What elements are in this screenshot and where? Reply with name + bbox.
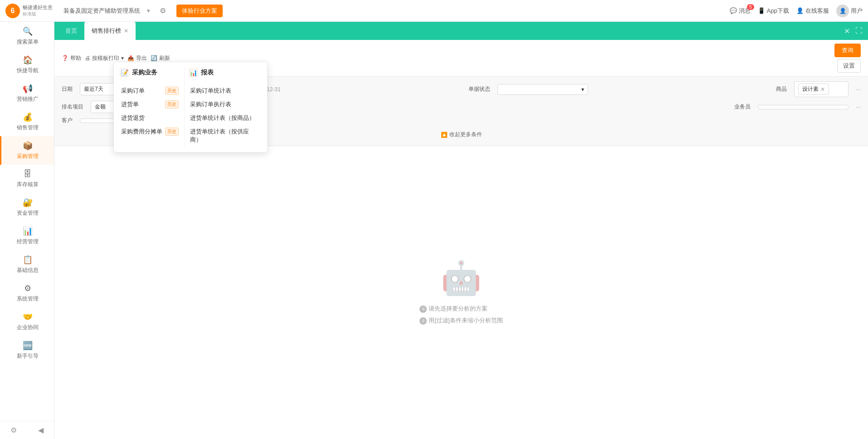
sidebar-item-purchase[interactable]: 📦 采购管理 — [0, 136, 54, 165]
dropdown-item-order-exec[interactable]: 采购订单执行表 — [188, 98, 262, 111]
online-service-btn[interactable]: 👤 在线客服 — [796, 7, 829, 15]
rank-label: 排名项目 — [62, 103, 83, 111]
salesperson-dots[interactable]: ··· — [856, 104, 861, 110]
system-title: 装备及固定资产辅助管理系统 — [63, 7, 140, 15]
tab-home[interactable]: 首页 — [58, 22, 84, 40]
settings-btn[interactable]: 设置 — [837, 59, 861, 73]
empty-state: 🤖 ①请先选择要分析的方案 ②用[过滤]条件来缩小分析范围 — [54, 146, 868, 439]
purchase-icon: 📦 — [23, 141, 33, 151]
sidebar-footer: ⚙ ◀ — [0, 421, 54, 439]
tab-close-btn[interactable]: ✕ — [124, 28, 128, 34]
sidebar-item-inventory[interactable]: 🗄 库存核算 — [0, 165, 54, 193]
dropdown-item-purchase-order[interactable]: 采购订单 历史 — [119, 84, 180, 98]
footer-settings-btn[interactable]: ⚙ — [10, 426, 17, 434]
purchase-dropdown-menu: 📝 采购业务 采购订单 历史 进货单 历史 进货退货 — [113, 62, 268, 153]
service-icon: 👤 — [796, 7, 804, 14]
operations-icon: 📊 — [23, 226, 33, 236]
print-icon: 🖨 — [85, 55, 90, 61]
tab-close-window-btn[interactable]: ✕ — [842, 25, 852, 37]
industry-btn[interactable]: 体验行业方案 — [176, 5, 223, 17]
goods-tag: 设计素 ✕ — [798, 84, 829, 95]
inventory-icon: 🗄 — [24, 169, 32, 179]
dropdown-item-order-stats[interactable]: 采购订单统计表 — [188, 84, 262, 98]
collapse-icon: 🔼 — [441, 132, 448, 138]
sidebar-item-system[interactable]: ⚙ 系统管理 — [0, 279, 54, 307]
dropdown-item-receive-stats-supplier[interactable]: 进货单统计表（按供应商） — [188, 125, 262, 147]
marketing-icon: 📢 — [23, 84, 33, 94]
header-right: 💬 消息 5 📱 App下载 👤 在线客服 👤 用户 — [730, 5, 863, 17]
sidebar: 🔍 搜索菜单 🏠 快捷导航 📢 营销推广 💰 销售管理 📦 采购管理 🗄 库存核… — [0, 22, 54, 439]
export-btn[interactable]: 📤 导出 — [127, 54, 147, 62]
main-layout: 🔍 搜索菜单 🏠 快捷导航 📢 营销推广 💰 销售管理 📦 采购管理 🗄 库存核… — [0, 22, 868, 439]
dropdown-sections: 📝 采购业务 采购订单 历史 进货单 历史 进货退货 — [119, 68, 262, 147]
help-icon: ❓ — [62, 55, 68, 61]
print-btn[interactable]: 🖨 按模板打印 ▾ — [85, 54, 124, 62]
finance-icon: 🔐 — [23, 197, 33, 207]
basic-icon: 📋 — [23, 255, 33, 265]
history-badge-3: 历史 — [165, 128, 179, 136]
footer-collapse-btn[interactable]: ◀ — [38, 426, 44, 434]
refresh-btn[interactable]: 🔄 刷新 — [151, 54, 170, 62]
message-icon: 💬 — [730, 7, 737, 14]
help-btn[interactable]: ❓ 帮助 — [62, 54, 81, 62]
sidebar-item-quick[interactable]: 🏠 快捷导航 — [0, 50, 54, 79]
system-dropdown-btn[interactable]: ▾ — [144, 6, 153, 15]
report-section-icon: 📊 — [188, 68, 198, 78]
dropdown-item-return[interactable]: 进货退货 — [119, 111, 180, 125]
order-status-dropdown-icon: ▾ — [581, 86, 584, 93]
purchase-section-icon: 📝 — [119, 68, 129, 78]
sidebar-item-guide[interactable]: 🆕 新手引导 — [0, 336, 54, 365]
empty-illustration: 🤖 — [441, 259, 482, 297]
sidebar-item-sales[interactable]: 💰 销售管理 — [0, 108, 54, 136]
date-label: 日期 — [62, 85, 73, 93]
order-status-label: 单据状态 — [468, 85, 490, 93]
tab-bar-right: ✕ ⛶ — [842, 25, 864, 37]
tab-sales-rank[interactable]: 销售排行榜 ✕ — [84, 22, 136, 40]
app-download-btn[interactable]: 📱 App下载 — [758, 7, 789, 15]
goods-input[interactable]: 设计素 ✕ — [794, 81, 848, 97]
dropdown-item-receive[interactable]: 进货单 历史 — [119, 98, 180, 111]
phone-icon: 📱 — [758, 7, 765, 14]
dropdown-item-expense[interactable]: 采购费用分摊单 历史 — [119, 125, 180, 138]
history-badge-0: 历史 — [165, 87, 179, 95]
customer-label: 客户 — [62, 117, 73, 124]
header-settings-btn[interactable]: ⚙ — [156, 5, 169, 17]
avatar: 👤 — [836, 5, 849, 17]
refresh-icon: 🔄 — [151, 55, 157, 61]
logo-area: 6 畅捷通好生意 标准版 — [5, 4, 60, 18]
toolbar-right: 查询 设置 — [834, 44, 861, 73]
dropdown-item-receive-stats-goods[interactable]: 进货单统计表（按商品） — [188, 111, 262, 125]
empty-text: ①请先选择要分析的方案 ②用[过滤]条件来缩小分析范围 — [419, 303, 502, 326]
messages-btn[interactable]: 💬 消息 5 — [730, 7, 751, 15]
history-badge-1: 历史 — [165, 100, 179, 109]
query-btn[interactable]: 查询 — [834, 44, 861, 57]
goods-dots[interactable]: ··· — [856, 86, 861, 93]
sidebar-item-collab[interactable]: 🤝 企业协同 — [0, 307, 54, 336]
content-area: 首页 销售排行榜 ✕ ✕ ⛶ ❓ 帮助 🖨 按模板打印 ▾ 📤 — [54, 22, 868, 439]
salesperson-input[interactable] — [758, 105, 848, 109]
sidebar-item-basic[interactable]: 📋 基础信息 — [0, 250, 54, 279]
dropdown-divider — [184, 68, 185, 147]
logo-icon: 6 — [5, 4, 20, 18]
print-dropdown-icon: ▾ — [121, 55, 124, 61]
sales-icon: 💰 — [23, 112, 33, 122]
tab-maximize-btn[interactable]: ⛶ — [853, 25, 864, 37]
logo-sub: 标准版 — [23, 11, 53, 17]
sidebar-item-finance[interactable]: 🔐 资金管理 — [0, 193, 54, 222]
export-icon: 📤 — [127, 55, 134, 61]
report-section: 📊 报表 采购订单统计表 采购订单执行表 进货单统计表（按商品） 进货单统计表（… — [188, 68, 262, 147]
system-icon: ⚙ — [24, 283, 31, 293]
sidebar-item-marketing[interactable]: 📢 营销推广 — [0, 79, 54, 108]
sidebar-item-operations[interactable]: 📊 经营管理 — [0, 222, 54, 250]
tab-bar: 首页 销售排行榜 ✕ ✕ ⛶ — [54, 22, 868, 40]
user-btn[interactable]: 👤 用户 — [836, 5, 863, 17]
purchase-section-title: 📝 采购业务 — [119, 68, 180, 80]
collab-icon: 🤝 — [23, 312, 33, 322]
order-status-input[interactable]: ▾ — [497, 84, 588, 95]
goods-tag-remove[interactable]: ✕ — [820, 86, 825, 93]
guide-icon: 🆕 — [23, 340, 33, 350]
salesperson-label: 业务员 — [734, 103, 751, 111]
sidebar-item-search[interactable]: 🔍 搜索菜单 — [0, 22, 54, 50]
search-icon: 🔍 — [23, 26, 33, 36]
empty-icon: 🤖 — [441, 259, 482, 297]
